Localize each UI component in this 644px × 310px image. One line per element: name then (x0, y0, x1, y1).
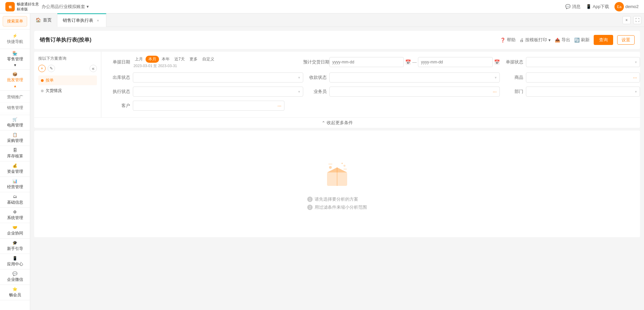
filter-row-4: 客户 ··· (107, 101, 640, 113)
sidebar-item-membership[interactable]: ⭐ 畅会员 (0, 285, 30, 300)
goods-label: 商品 (500, 74, 523, 81)
customer-label: 客户 (107, 103, 130, 109)
tab-bar: 🏠 首页 销售订单执行表 × × ⛶ (30, 13, 644, 27)
purchase-icon: 📋 (12, 133, 17, 137)
salesperson-dots: ··· (493, 89, 497, 94)
page-actions: ❓ 帮助 🖨 按模板打印 ▾ 📤 导出 🔄 刷新 (500, 35, 635, 45)
tip-num-1: 1 (307, 197, 313, 202)
sidebar-item-system[interactable]: ⚙ 系统管理 (0, 208, 30, 223)
filter-fields: 单据日期 上月 本月 本年 近7天 更多 (101, 52, 640, 117)
quick-date-more[interactable]: 更多 (187, 56, 200, 63)
payment-status-select[interactable]: ▾ (329, 72, 500, 83)
query-button[interactable]: 查询 (594, 35, 613, 45)
empty-illustration (320, 157, 354, 191)
start-date-icon[interactable]: 📅 (405, 59, 411, 65)
sidebar-item-basic[interactable]: 🗂 基础信息 (0, 192, 30, 208)
wholesale-icon: 📦 (12, 72, 17, 76)
filter-item-order-status: 单据状态 ▾ (500, 57, 640, 67)
expected-end-date[interactable] (418, 57, 492, 67)
user-area[interactable]: Ea demo2 (614, 2, 639, 11)
sidebar-item-sales[interactable]: 销售管理 (0, 103, 30, 113)
tab-sales-order[interactable]: 销售订单执行表 × (57, 13, 106, 27)
tip-num-2: 2 (307, 205, 313, 210)
sidebar-item-wechat[interactable]: 💬 企业微信 (0, 269, 30, 285)
add-scheme-button[interactable]: + (38, 65, 46, 72)
delivery-status-select[interactable]: ▾ (133, 72, 303, 83)
refresh-button[interactable]: 🔄 刷新 (574, 37, 590, 43)
svg-point-6 (343, 165, 345, 167)
payment-chevron: ▾ (495, 75, 497, 80)
edit-scheme-button[interactable]: ✎ (48, 65, 55, 72)
quick-date-this-year[interactable]: 本年 (160, 56, 172, 63)
order-status-chevron: ▾ (635, 60, 637, 64)
delivery-label: 出库状态 (107, 74, 130, 81)
quick-date-last-month[interactable]: 上月 (133, 56, 145, 63)
membership-icon: ⭐ (12, 287, 17, 292)
filter-scheme-panel: 按以下方案查询 + ✎ « 按单 (34, 52, 101, 117)
payment-label: 收款状态 (303, 74, 327, 81)
sidebar-item-finance[interactable]: 💰 资金管理 (0, 161, 30, 177)
filter-scheme-actions: + ✎ « (38, 65, 97, 72)
print-chevron: ▾ (548, 38, 551, 43)
dept-select[interactable]: ▾ (526, 87, 640, 97)
filter-card: 按以下方案查询 + ✎ « 按单 (34, 52, 640, 128)
print-button[interactable]: 🖨 按模板打印 ▾ (520, 37, 551, 43)
exec-status-select[interactable]: ▾ (133, 87, 303, 97)
sidebar-item-quick-nav[interactable]: ⚡ 快捷导航 (0, 31, 30, 47)
export-button[interactable]: 📤 导出 (555, 37, 570, 43)
sidebar-item-newuser[interactable]: 🎓 新手引导 (0, 239, 30, 254)
end-date-icon[interactable]: 📅 (494, 59, 500, 65)
sidebar-item-inventory[interactable]: 🗄 库存核算 (0, 146, 30, 161)
wechat-icon: 💬 (12, 271, 17, 276)
sidebar-search: 搜索菜单 (0, 13, 30, 30)
sidebar-item-purchase[interactable]: 📋 采购管理 (0, 131, 30, 146)
svg-point-5 (329, 166, 332, 169)
order-status-select[interactable]: ▾ (526, 57, 640, 67)
content-area: 🏠 首页 销售订单执行表 × × ⛶ 销售订单执行表(按单) ❓ 帮助 (30, 13, 644, 310)
retail-chevron: ▾ (14, 63, 16, 67)
collapse-chevron: ⌃ (322, 120, 325, 125)
filter-item-exec: 执行状态 ▾ (107, 87, 303, 97)
home-icon: 🏠 (36, 17, 41, 22)
salesperson-select[interactable]: ··· (329, 87, 500, 97)
appcenter-icon: 📱 (12, 256, 17, 261)
window-expand-button[interactable]: ⛶ (633, 16, 641, 24)
print-icon: 🖨 (520, 38, 524, 43)
sidebar-item-enterprise[interactable]: 🤝 企业协同 (0, 223, 30, 239)
main-layout: 搜索菜单 ⚡ 快捷导航 🏪 零售管理 ▾ 📦 批发管理 ▴ 营销推广 销售管理 … (0, 13, 644, 310)
window-close-button[interactable]: × (623, 16, 631, 24)
help-button[interactable]: ❓ 帮助 (500, 37, 516, 43)
quick-date-7days[interactable]: 近7天 (172, 56, 187, 63)
scheme-item-0[interactable]: 按单 (38, 75, 97, 85)
sidebar-item-marketing[interactable]: 营销推广 (0, 92, 30, 103)
settings-button[interactable]: 设置 (617, 35, 635, 45)
breadcrumb[interactable]: 办公用品行业模拟账套 ▾ (42, 4, 89, 10)
inventory-icon: 🗄 (13, 148, 17, 153)
sidebar-item-ecommerce[interactable]: 🛒 电商管理 (0, 115, 30, 131)
message-item[interactable]: 💬 消息 (565, 4, 581, 10)
sidebar-item-appcenter[interactable]: 📱 应用中心 (0, 254, 30, 269)
tab-home[interactable]: 🏠 首页 (30, 13, 57, 27)
goods-select[interactable]: ··· (526, 72, 640, 83)
date-wrapper: 上月 本月 本年 近7天 更多 自定义 2023-03-01 至 (133, 56, 303, 68)
sidebar-sub-group: 营销推广 销售管理 (0, 91, 30, 115)
enterprise-icon: 🤝 (12, 225, 17, 230)
sidebar-item-wholesale[interactable]: 📦 批发管理 ▴ (0, 70, 30, 91)
quick-date-custom[interactable]: 自定义 (200, 56, 216, 63)
goods-dots: ··· (633, 75, 637, 80)
quick-date-this-month[interactable]: 本月 (146, 56, 159, 63)
collapse-more-button[interactable]: ⌃ 收起更多条件 (34, 117, 640, 128)
scheme-item-1[interactable]: 欠货情况 (38, 86, 97, 96)
tab-close-button[interactable]: × (95, 18, 101, 23)
sidebar-item-operation[interactable]: 📊 经营管理 (0, 177, 30, 192)
breadcrumb-text: 办公用品行业模拟账套 (42, 4, 85, 10)
sidebar-item-retail[interactable]: 🏪 零售管理 ▾ (0, 49, 30, 70)
message-icon: 💬 (565, 4, 571, 9)
filter-item-goods: 商品 ··· (500, 72, 640, 83)
collapse-scheme-button[interactable]: « (90, 65, 97, 72)
app-download-item[interactable]: 📱 App下载 (586, 4, 609, 10)
customer-select[interactable]: ··· (133, 101, 284, 111)
empty-tip-1: 1 请先选择要分析的方案 (307, 196, 367, 202)
search-menu-button[interactable]: 搜索菜单 (3, 16, 27, 27)
expected-start-date[interactable] (329, 57, 404, 67)
